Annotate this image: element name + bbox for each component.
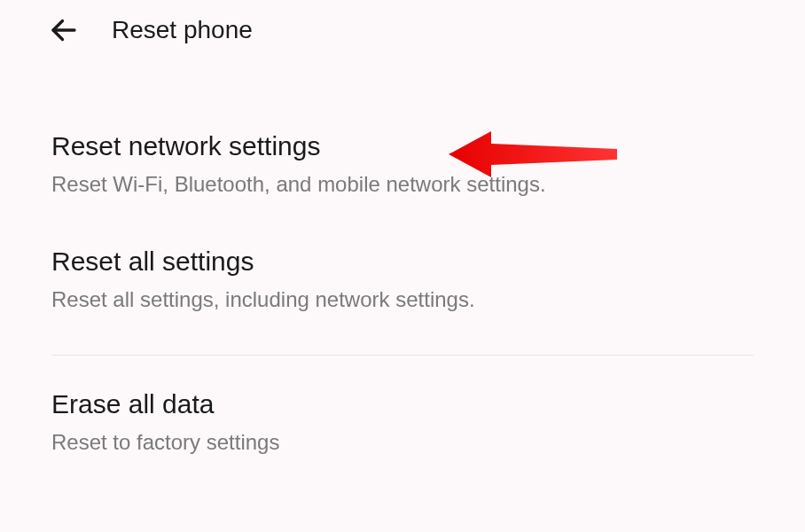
reset-all-settings-item[interactable]: Reset all settings Reset all settings, i… [51,222,754,337]
settings-list: Reset network settings Reset Wi-Fi, Blue… [0,60,805,480]
item-subtitle: Reset all settings, including network se… [51,287,754,312]
back-arrow-icon[interactable] [48,14,80,46]
item-subtitle: Reset to factory settings [51,430,754,455]
item-title: Reset network settings [51,131,754,161]
page-title: Reset phone [112,16,253,44]
item-title: Erase all data [51,389,754,419]
erase-all-data-item[interactable]: Erase all data Reset to factory settings [51,364,754,480]
item-subtitle: Reset Wi-Fi, Bluetooth, and mobile netwo… [51,172,754,197]
reset-network-settings-item[interactable]: Reset network settings Reset Wi-Fi, Blue… [51,96,754,222]
divider [51,355,754,356]
header: Reset phone [0,0,805,60]
item-title: Reset all settings [51,246,754,277]
